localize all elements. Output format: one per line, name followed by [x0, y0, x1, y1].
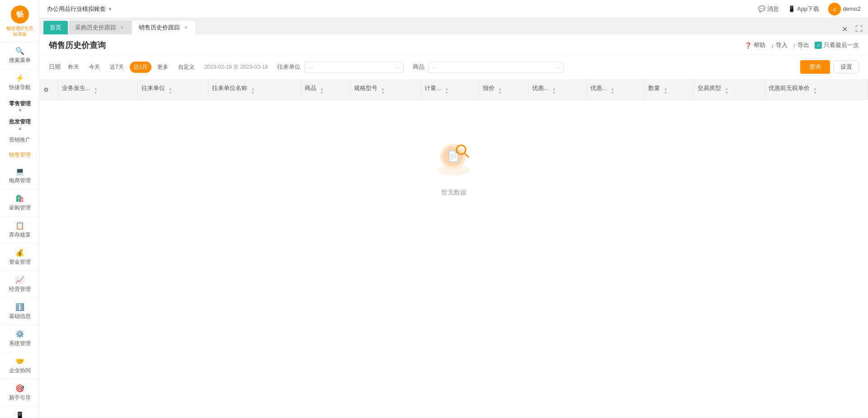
table-settings-icon: ⚙: [43, 86, 49, 93]
date-btn-1month[interactable]: 近1月: [130, 62, 152, 73]
export-icon: ↑: [793, 42, 796, 49]
sidebar-item-system[interactable]: ⚙️ 系统管理: [0, 325, 39, 352]
sidebar-item-basics[interactable]: ℹ️ 基础信息: [0, 298, 39, 325]
sidebar-item-search[interactable]: 🔍 搜索菜单: [0, 42, 39, 69]
sidebar-item-operations[interactable]: 📈 经营管理: [0, 271, 39, 298]
table-col-spec[interactable]: 规格型号 ▲▼: [350, 80, 421, 100]
sidebar-item-quicknav[interactable]: ⚡ 快捷导航: [0, 69, 39, 96]
sidebar-item-appstore[interactable]: 📱 应用中心: [0, 407, 39, 418]
col-trade-type-label: 交易类型: [698, 85, 721, 91]
table-col-quote[interactable]: 报价 ▲▼: [479, 80, 528, 100]
table-col-unit[interactable]: 计量... ▲▼: [421, 80, 479, 100]
partner-input[interactable]: ··· ···: [304, 62, 404, 73]
table-col-discount2[interactable]: 优惠... ▲▼: [586, 80, 645, 100]
query-button[interactable]: 查询: [800, 60, 830, 74]
col-pre-tax-price-label: 优惠前无税单价: [769, 85, 810, 91]
empty-state-row: 📄 暂无数据: [40, 100, 868, 233]
system-icon: ⚙️: [15, 330, 24, 338]
tab-purchase-history-label: 采购历史价跟踪: [75, 24, 116, 32]
quicknav-icon: ⚡: [15, 74, 24, 82]
sidebar-item-finance[interactable]: 💰 资金管理: [0, 244, 39, 271]
date-btn-custom[interactable]: 自定义: [174, 62, 198, 73]
empty-state: 📄 暂无数据: [40, 100, 868, 233]
page-title: 销售历史价查询: [49, 40, 106, 51]
sidebar-item-inventory[interactable]: 📋 库存核算: [0, 217, 39, 244]
table-header-row: ⚙ 业务发生... ▲▼ 往来单位 ▲▼ 往来单位名称 ▲▼: [40, 80, 868, 100]
username-label: demo2: [843, 5, 861, 12]
sort-partner-code-icon: ▲▼: [169, 87, 173, 95]
import-action[interactable]: ↓ 导入: [771, 41, 788, 49]
table-col-goods[interactable]: 商品 ▲▼: [301, 80, 350, 100]
top-bar-right: 💬 消息 📱 App下载 d demo2: [758, 3, 861, 15]
guide-icon: 🎯: [15, 384, 24, 393]
app-download-label: App下载: [797, 5, 819, 13]
tab-fullscreen-button[interactable]: ⛶: [854, 24, 864, 34]
sidebar: 畅 畅捷通好生意 标准版 🔍 搜索菜单 ⚡ 快捷导航 零售管理 ▼ 批发管理 ▲…: [0, 0, 40, 418]
empty-text: 暂无数据: [441, 189, 467, 197]
table-col-quantity[interactable]: 数量 ▲▼: [645, 80, 694, 100]
goods-input-placeholder: ···: [432, 64, 437, 71]
company-dropdown-arrow: ▼: [108, 6, 113, 12]
table-col-partner-code[interactable]: 往来单位 ▲▼: [137, 80, 208, 100]
appstore-icon: 📱: [15, 411, 24, 418]
sidebar-item-sales-mgmt[interactable]: 销售管理: [0, 147, 39, 162]
sidebar-item-marketing[interactable]: 营销推广: [0, 133, 39, 147]
sort-spec-icon: ▲▼: [381, 87, 385, 95]
table-col-discount1[interactable]: 优惠... ▲▼: [528, 80, 586, 100]
date-label: 日期: [49, 63, 61, 71]
help-action[interactable]: ❓ 帮助: [745, 41, 765, 49]
table-col-settings[interactable]: ⚙: [40, 80, 58, 100]
table-col-pre-tax-price[interactable]: 优惠前无税单价 ▲▼: [765, 80, 868, 100]
col-quantity-label: 数量: [648, 85, 660, 91]
sort-unit-icon: ▲▼: [445, 87, 449, 95]
retail-arrow: ▼: [18, 108, 23, 113]
tab-home[interactable]: 首页: [43, 21, 68, 34]
tab-sales-history-close[interactable]: ×: [183, 24, 189, 31]
date-btn-more[interactable]: 更多: [153, 62, 172, 73]
wholesale-label: 批发管理: [9, 118, 31, 126]
tab-purchase-history[interactable]: 采购历史价跟踪 ×: [69, 21, 132, 34]
date-buttons: 昨天 今天 近7天 近1月 更多 自定义: [64, 62, 198, 73]
sidebar-item-search-label: 搜索菜单: [9, 57, 31, 64]
table-col-trade-type[interactable]: 交易类型 ▲▼: [694, 80, 765, 100]
table-col-partner-name[interactable]: 往来单位名称 ▲▼: [208, 80, 301, 100]
date-btn-today[interactable]: 今天: [85, 62, 104, 73]
col-partner-name-label: 往来单位名称: [212, 85, 247, 91]
empty-image: 📄: [431, 136, 476, 181]
date-btn-7days[interactable]: 近7天: [106, 62, 128, 73]
message-action[interactable]: 💬 消息: [758, 5, 779, 13]
goods-filter-group: 商品 ··· ···: [413, 62, 564, 73]
search-menu-icon: 🔍: [15, 47, 24, 55]
retail-label: 零售管理: [9, 100, 31, 108]
tab-close-all-button[interactable]: ✕: [839, 24, 850, 34]
sidebar-item-purchase-label: 采购管理: [9, 204, 31, 212]
date-btn-yesterday[interactable]: 昨天: [64, 62, 83, 73]
app-download-action[interactable]: 📱 App下载: [788, 5, 819, 13]
sidebar-item-guide[interactable]: 🎯 新手引导: [0, 380, 39, 407]
col-unit-label: 计量...: [425, 85, 441, 91]
sidebar-item-purchase[interactable]: 🛍️ 采购管理: [0, 190, 39, 217]
message-icon: 💬: [758, 5, 765, 12]
tab-sales-history[interactable]: 销售历史价跟踪 ×: [132, 21, 195, 34]
company-selector[interactable]: 办公用品行业模拟账套 ▼: [47, 5, 113, 13]
only-last-checkbox[interactable]: ✓ 只看最后一次: [815, 41, 859, 49]
operations-icon: 📈: [15, 276, 24, 284]
goods-input[interactable]: ··· ···: [428, 62, 564, 73]
user-profile-action[interactable]: d demo2: [828, 3, 861, 15]
tabs-bar-right: ✕ ⛶: [839, 24, 864, 34]
tab-purchase-history-close[interactable]: ×: [119, 24, 125, 31]
logo-area: 畅 畅捷通好生意 标准版: [0, 0, 39, 42]
sidebar-item-retail[interactable]: 零售管理 ▼: [0, 96, 39, 114]
sidebar-item-ecommerce[interactable]: 💻 电商管理: [0, 162, 39, 190]
finance-icon: 💰: [15, 248, 24, 257]
sidebar-item-quicknav-label: 快捷导航: [9, 84, 31, 91]
sidebar-item-enterprise[interactable]: 🤝 企业协同: [0, 352, 39, 380]
sort-partner-name-icon: ▲▼: [251, 87, 255, 95]
table-body: 📄 暂无数据: [40, 100, 868, 233]
table-col-business-date[interactable]: 业务发生... ▲▼: [58, 80, 137, 100]
settings-button[interactable]: 设置: [834, 61, 859, 73]
goods-dots-icon: ···: [555, 64, 560, 71]
sidebar-item-wholesale[interactable]: 批发管理 ▲: [0, 114, 39, 133]
only-last-label: 只看最后一次: [824, 41, 859, 49]
export-action[interactable]: ↑ 导出: [793, 41, 810, 49]
